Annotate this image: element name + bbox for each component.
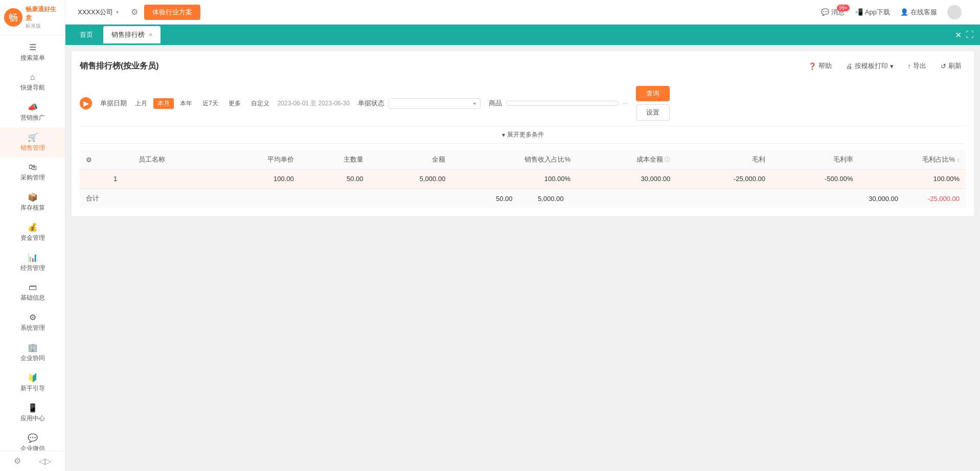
export-label: 导出 [913, 61, 926, 71]
sidebar-item-label: 资金管理 [20, 234, 45, 242]
tab-close-icon[interactable]: × [149, 31, 152, 38]
tab-close-btn[interactable]: ✕ [955, 30, 962, 40]
date-filter-tabs: 上月 本月 本年 近7天 更多 自定义 [131, 98, 274, 109]
expand-icon: ▾ [502, 131, 505, 139]
logo-icon: 畅 [4, 8, 22, 27]
tab-bar: 首页 销售排行榜 × ✕ ⛶ [65, 25, 980, 45]
date-filter-group: 单据日期 上月 本月 本年 近7天 更多 自定义 2023-06-01 至 20… [100, 98, 350, 109]
goods-filter-label: 商品 [489, 99, 502, 108]
experience-button[interactable]: 体验行业方案 [144, 5, 200, 20]
date-filter-label: 单据日期 [100, 99, 127, 108]
settings-button[interactable]: 设置 [636, 104, 670, 121]
export-button[interactable]: ↑ 导出 [904, 59, 931, 73]
expand-filters-button[interactable]: ▾ 展开更多条件 [502, 130, 544, 139]
th-gross: 毛利 [676, 150, 771, 170]
sidebar-item-label: 企业协同 [20, 354, 45, 363]
sidebar-item-inventory[interactable]: 📦 库存核算 [0, 187, 65, 217]
tab-expand-btn[interactable]: ⛶ [966, 30, 974, 39]
settings-bottom-icon[interactable]: ⚙ [14, 456, 21, 466]
top-header: XXXXX公司 ▾ ⚙ 体验行业方案 💬 消息 99+ 📲 App下载 👤 在线… [65, 0, 980, 25]
sidebar-item-system[interactable]: ⚙ 系统管理 [0, 307, 65, 338]
tab-sales-ranking[interactable]: 销售排行榜 × [103, 26, 161, 43]
table-footer: 合计 50.00 5,000.00 30,000.00 -25,000.00 [80, 188, 966, 208]
help-label: 帮助 [818, 61, 832, 71]
sidebar-item-basics[interactable]: 🗃 基础信息 [0, 278, 65, 307]
custom-date-tab[interactable]: 自定义 [247, 98, 274, 109]
td-gross-rate: -500.00% [771, 170, 859, 188]
sidebar-item-operations[interactable]: 📊 经营管理 [0, 248, 65, 278]
sidebar-item-purchase[interactable]: 🛍 采购管理 [0, 158, 65, 187]
this-year-tab[interactable]: 本年 [176, 98, 196, 109]
tab-sales-ranking-label: 销售排行榜 [111, 30, 145, 39]
last-month-tab[interactable]: 上月 [131, 98, 151, 109]
sidebar-item-quicknav[interactable]: ⌂ 快捷导航 [0, 68, 65, 97]
filter-more-label[interactable]: ··· [623, 100, 628, 107]
sidebar-item-search[interactable]: ☰ 搜索菜单 [0, 37, 65, 68]
message-icon: 💬 [821, 8, 829, 16]
sidebar-footer: ⚙ ◁▷ [0, 451, 65, 471]
refresh-button[interactable]: ↺ 刷新 [937, 59, 966, 73]
help-icon: ❓ [808, 62, 816, 70]
brand-version: 标准版 [26, 23, 61, 30]
brand-name: 畅康通好生意 [26, 5, 61, 23]
page-title-row: 销售排行榜(按业务员) ❓ 帮助 🖨 按模板打印 ▾ ↑ 导出 [80, 59, 966, 73]
sidebar-logo[interactable]: 畅 畅康通好生意 标准版 [0, 0, 65, 35]
sidebar-item-sales[interactable]: 🛒 销售管理 [0, 127, 65, 158]
status-filter-group: 单据状态 ▾ [358, 98, 481, 109]
sidebar-item-label: 系统管理 [20, 324, 45, 332]
this-month-tab[interactable]: 本月 [153, 98, 174, 109]
refresh-icon: ↺ [941, 62, 946, 70]
company-selector[interactable]: XXXXX公司 ▾ [74, 6, 123, 19]
th-employee-name: 员工名称 [132, 150, 216, 170]
search-orders-icon: ☰ [29, 42, 36, 52]
template-print-button[interactable]: 🖨 按模板打印 ▾ [842, 59, 898, 73]
sidebar-item-marketing[interactable]: 📣 营销推广 [0, 97, 65, 127]
sidebar-item-guide[interactable]: 🔰 新手引导 [0, 368, 65, 398]
td-settings [80, 170, 98, 188]
more-date-tab[interactable]: 更多 [224, 98, 245, 109]
home-icon: ⌂ [30, 73, 35, 82]
table-row: 1 100.00 50.00 5,000.00 100.00% 30,000.0… [80, 170, 966, 188]
th-gross-rate: 毛利率 [771, 150, 859, 170]
online-service-item[interactable]: 👤 在线客服 [900, 8, 937, 17]
help-button[interactable]: ❓ 帮助 [804, 59, 836, 73]
table-header-row: ⚙ 员工名称 平均单价 主数量 全额 销售收入占比% 成本全额 ⓘ 毛利 毛利率… [80, 150, 966, 170]
sidebar-item-enterprise[interactable]: 🏢 企业协同 [0, 338, 65, 368]
appcenter-icon: 📱 [28, 403, 38, 413]
messages-item[interactable]: 💬 消息 99+ [821, 8, 845, 17]
sidebar-item-label: 企业微信 [20, 444, 45, 451]
last-7-days-tab[interactable]: 近7天 [198, 98, 222, 109]
company-settings-icon[interactable]: ⚙ [131, 7, 138, 17]
main-area: XXXXX公司 ▾ ⚙ 体验行业方案 💬 消息 99+ 📲 App下载 👤 在线… [65, 0, 980, 471]
finance-icon: 💰 [28, 222, 38, 232]
megaphone-icon: 📣 [28, 102, 38, 112]
status-chevron-icon: ▾ [473, 101, 476, 106]
collapse-icon[interactable]: ◁▷ [39, 456, 51, 466]
sidebar-item-finance[interactable]: 💰 资金管理 [0, 217, 65, 248]
refresh-label: 刷新 [948, 61, 962, 71]
sidebar: 畅 畅康通好生意 标准版 ☰ 搜索菜单 ⌂ 快捷导航 📣 营销推广 🛒 销售管理… [0, 0, 65, 471]
goods-input[interactable] [506, 101, 619, 106]
th-settings[interactable]: ⚙ [80, 150, 98, 170]
goods-filter-group: 商品 ··· [489, 99, 628, 108]
page-content: 销售排行榜(按业务员) ❓ 帮助 🖨 按模板打印 ▾ ↑ 导出 [65, 45, 980, 471]
status-select[interactable]: ▾ [389, 98, 481, 109]
sidebar-item-label: 基础信息 [20, 294, 45, 302]
app-download-item[interactable]: 📲 App下载 [855, 8, 890, 17]
footer-quantity: 50.00 [472, 195, 513, 203]
filter-arrow-button[interactable]: ▶ [80, 97, 92, 109]
online-service-label: 在线客服 [910, 8, 937, 17]
sidebar-item-label: 应用中心 [20, 414, 45, 423]
sidebar-item-appcenter[interactable]: 📱 应用中心 [0, 398, 65, 428]
filter-row: ▶ 单据日期 上月 本月 本年 近7天 更多 自定义 2023-06-01 至 … [80, 81, 966, 126]
query-button[interactable]: 查询 [636, 86, 670, 101]
purchase-icon: 🛍 [29, 163, 37, 172]
footer-cost: 30,000.00 [847, 195, 898, 203]
avatar[interactable] [947, 5, 962, 19]
footer-label: 合计 [86, 194, 127, 203]
th-total: 全额 [370, 150, 452, 170]
sidebar-item-wechat[interactable]: 💬 企业微信 [0, 428, 65, 451]
footer-gross: -25,000.00 [898, 195, 960, 203]
sidebar-item-label: 销售管理 [20, 144, 45, 152]
tab-home[interactable]: 首页 [72, 26, 101, 43]
